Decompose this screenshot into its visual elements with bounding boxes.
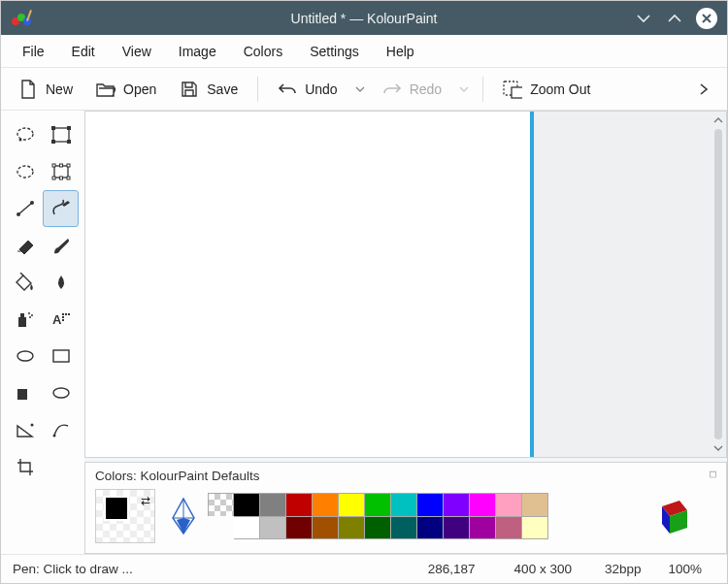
toolbar-separator xyxy=(257,77,258,102)
color-swatch[interactable] xyxy=(522,516,548,539)
toolbar-separator xyxy=(482,77,483,102)
color-swatch[interactable] xyxy=(313,493,339,516)
tool-polygon[interactable] xyxy=(7,374,43,411)
color-swatch[interactable] xyxy=(522,493,548,516)
tool-transform[interactable] xyxy=(43,153,79,190)
svg-point-22 xyxy=(17,212,20,216)
tool-spray[interactable] xyxy=(7,301,43,338)
svg-rect-32 xyxy=(65,313,67,315)
color-cube-icon[interactable] xyxy=(650,495,693,537)
redo-button[interactable]: Redo xyxy=(373,74,451,105)
tool-curve2[interactable] xyxy=(43,411,79,448)
undo-label: Undo xyxy=(305,81,337,97)
color-swatch[interactable] xyxy=(365,493,391,516)
scroll-track[interactable] xyxy=(714,129,722,439)
color-swatch[interactable] xyxy=(417,516,444,539)
color-swatch[interactable] xyxy=(234,493,260,516)
svg-point-23 xyxy=(30,201,34,205)
svg-line-21 xyxy=(18,203,32,214)
tool-rounded-ellipse[interactable] xyxy=(43,374,79,411)
status-bar: Pen: Click to draw ... 286,187 400 x 300… xyxy=(1,554,727,583)
color-swatch[interactable] xyxy=(286,516,313,539)
menu-view[interactable]: View xyxy=(111,38,163,65)
swap-colors-icon[interactable]: ⇄ xyxy=(141,494,150,507)
redo-dropdown[interactable] xyxy=(455,85,473,93)
menu-image[interactable]: Image xyxy=(167,38,228,65)
toolbar-overflow-button[interactable] xyxy=(688,76,719,103)
toolbar: New Open Save Undo Red xyxy=(1,68,727,111)
undo-button[interactable]: Undo xyxy=(268,74,347,105)
color-similarity-icon[interactable] xyxy=(169,497,194,535)
tool-pen[interactable] xyxy=(43,190,79,227)
tool-free-select[interactable] xyxy=(7,116,43,153)
color-swatch[interactable] xyxy=(339,493,365,516)
color-swatch[interactable] xyxy=(496,516,522,539)
tool-text[interactable]: A xyxy=(43,301,79,338)
zoom-out-label: Zoom Out xyxy=(530,81,590,97)
save-button[interactable]: Save xyxy=(170,74,248,105)
color-swatch[interactable] xyxy=(417,493,444,516)
menu-help[interactable]: Help xyxy=(375,38,426,65)
color-swatch[interactable] xyxy=(391,493,417,516)
menu-edit[interactable]: Edit xyxy=(60,38,107,65)
color-swatch[interactable] xyxy=(391,516,417,539)
menu-colors[interactable]: Colors xyxy=(232,38,294,65)
tool-ellipse[interactable] xyxy=(7,338,43,374)
color-swatch[interactable] xyxy=(470,493,496,516)
color-swatch[interactable] xyxy=(260,516,286,539)
color-swatch[interactable] xyxy=(470,516,496,539)
color-swatch[interactable] xyxy=(313,516,339,539)
tool-brush[interactable] xyxy=(43,227,79,264)
redo-label: Redo xyxy=(410,81,442,97)
color-swatch[interactable] xyxy=(496,493,522,516)
title-bar: Untitled * — KolourPaint xyxy=(1,1,727,35)
open-folder-icon xyxy=(96,80,116,99)
tool-crop[interactable] xyxy=(7,448,43,485)
main-area: A ◇ Colors: KolourPaint Defaults xyxy=(1,111,727,554)
color-swatch[interactable] xyxy=(234,516,260,539)
foreground-color[interactable] xyxy=(104,496,129,521)
scroll-down-icon[interactable] xyxy=(712,443,724,453)
tool-ellipse-select[interactable] xyxy=(7,153,43,190)
svg-point-38 xyxy=(53,388,69,398)
new-file-icon xyxy=(18,80,38,99)
open-button[interactable]: Open xyxy=(86,74,166,105)
status-position: 286,187 xyxy=(409,562,495,576)
tool-blur[interactable] xyxy=(43,264,79,301)
scroll-up-icon[interactable] xyxy=(712,115,724,125)
save-label: Save xyxy=(207,81,238,97)
tool-rectangle[interactable] xyxy=(43,338,79,374)
maximize-button[interactable] xyxy=(665,9,684,28)
tool-rect-select[interactable] xyxy=(43,116,79,153)
tool-line[interactable] xyxy=(7,190,43,227)
tool-fill[interactable] xyxy=(7,264,43,301)
tool-eraser[interactable] xyxy=(7,227,43,264)
color-swatch[interactable] xyxy=(260,493,286,516)
status-tool: Pen: Click to draw ... xyxy=(13,562,133,576)
undo-dropdown[interactable] xyxy=(351,85,369,93)
svg-rect-25 xyxy=(18,317,26,327)
open-label: Open xyxy=(123,81,156,97)
toolbox: A xyxy=(1,111,84,554)
app-window: Untitled * — KolourPaint File Edit View … xyxy=(0,0,728,584)
color-swatch[interactable] xyxy=(286,493,313,516)
menu-settings[interactable]: Settings xyxy=(298,38,371,65)
close-button[interactable] xyxy=(696,8,717,29)
color-swatch[interactable] xyxy=(444,516,470,539)
canvas[interactable] xyxy=(85,112,534,457)
canvas-area: ◇ Colors: KolourPaint Defaults ⇄ xyxy=(84,111,727,554)
new-button[interactable]: New xyxy=(9,74,83,105)
color-swatch[interactable] xyxy=(208,493,234,516)
fg-bg-swatch[interactable]: ⇄ xyxy=(95,489,155,543)
tool-curve[interactable] xyxy=(7,411,43,448)
status-depth: 32bpp xyxy=(591,562,655,576)
color-swatch[interactable] xyxy=(444,493,470,516)
vertical-scrollbar[interactable] xyxy=(711,112,726,457)
zoom-out-button[interactable]: Zoom Out xyxy=(493,74,600,105)
color-swatch[interactable] xyxy=(339,516,365,539)
color-swatch[interactable] xyxy=(365,516,391,539)
svg-rect-11 xyxy=(51,140,55,144)
svg-point-27 xyxy=(28,312,30,314)
menu-file[interactable]: File xyxy=(11,38,56,65)
minimize-button[interactable] xyxy=(634,9,653,28)
